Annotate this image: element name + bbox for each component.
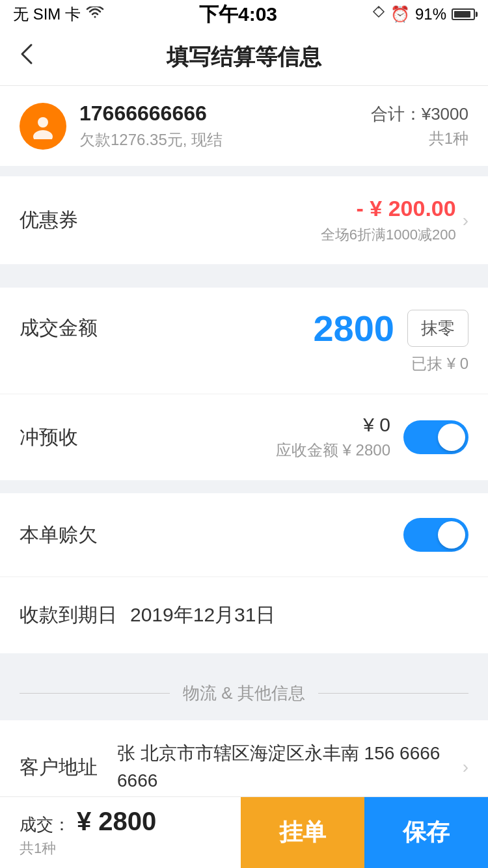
customer-info: 17666666666 欠款1276.35元, 现结 — [79, 102, 223, 150]
due-date-value: 2019年12月31日 — [130, 602, 275, 629]
coupon-right: - ¥ 200.00 全场6折满1000减200 › — [321, 196, 468, 245]
customer-left: 17666666666 欠款1276.35元, 现结 — [20, 102, 223, 150]
footer-deal-label: 成交： — [20, 813, 70, 836]
header: 填写结算等信息 — [0, 29, 488, 86]
credit-row: 本单赊欠 — [0, 493, 488, 576]
deal-amount-row: 成交金额 2800 抹零 — [20, 307, 468, 349]
footer-info: 成交： ¥ 2800 共1种 — [0, 807, 241, 858]
location-icon — [372, 5, 385, 23]
address-content: 张 北京市市辖区海淀区永丰南 156 6666 6666 — [117, 740, 456, 794]
footer: 成交： ¥ 2800 共1种 挂单 保存 — [0, 796, 488, 868]
due-date-row: 收款到期日 2019年12月31日 — [0, 577, 488, 653]
coupon-values: - ¥ 200.00 全场6折满1000减200 — [321, 196, 456, 245]
prepaid-right: ¥ 0 应收金额 ¥ 2800 — [276, 414, 468, 461]
coupon-section: 优惠券 - ¥ 200.00 全场6折满1000减200 › — [0, 176, 488, 264]
coupon-desc: 全场6折满1000减200 — [321, 225, 456, 245]
back-button[interactable] — [20, 36, 47, 78]
no-sim-label: 无 SIM 卡 — [13, 4, 81, 25]
svg-point-1 — [33, 130, 53, 139]
logistics-label: 物流 & 其他信息 — [183, 682, 305, 705]
logistics-line-right — [318, 693, 468, 694]
prepaid-toggle[interactable] — [403, 420, 468, 454]
logistics-header: 物流 & 其他信息 — [0, 666, 488, 720]
credit-toggle[interactable] — [403, 518, 468, 552]
prepaid-amount: ¥ 0 — [363, 414, 390, 436]
status-right: ⏰ 91% — [372, 5, 475, 23]
page-title: 填写结算等信息 — [167, 42, 321, 72]
battery-icon — [452, 8, 475, 20]
prepaid-receivable: 应收金额 ¥ 2800 — [276, 440, 390, 461]
svg-point-0 — [38, 117, 48, 128]
customer-section: 17666666666 欠款1276.35元, 现结 合计：¥3000 共1种 — [0, 86, 488, 166]
prepaid-label: 冲预收 — [20, 424, 78, 451]
battery-fill — [454, 11, 470, 18]
coupon-row[interactable]: 优惠券 - ¥ 200.00 全场6折满1000减200 › — [0, 176, 488, 264]
total-amount-label: 合计：¥3000 — [371, 103, 468, 126]
address-chevron-icon: › — [463, 757, 468, 778]
deal-sub-text: 已抹 ¥ 0 — [20, 353, 468, 374]
footer-count: 共1种 — [20, 839, 221, 858]
footer-deal-amount: ¥ 2800 — [77, 807, 156, 836]
battery-percent: 91% — [415, 5, 446, 23]
prepaid-row: 冲预收 ¥ 0 应收金额 ¥ 2800 — [0, 394, 488, 480]
customer-debt: 欠款1276.35元, 现结 — [79, 129, 223, 150]
footer-deal-row: 成交： ¥ 2800 — [20, 807, 221, 836]
deal-section: 成交金额 2800 抹零 已抹 ¥ 0 — [0, 288, 488, 394]
save-button[interactable]: 保存 — [364, 797, 488, 869]
pending-button[interactable]: 挂单 — [241, 797, 364, 869]
status-time: 下午4:03 — [199, 1, 277, 28]
due-date-label: 收款到期日 — [20, 602, 117, 629]
gap-1 — [0, 275, 488, 288]
alarm-icon: ⏰ — [390, 5, 410, 23]
coupon-label: 优惠券 — [20, 207, 78, 234]
avatar — [20, 103, 66, 150]
status-left: 无 SIM 卡 — [13, 4, 104, 25]
deal-amount-value: 2800 — [313, 307, 394, 349]
customer-phone: 17666666666 — [79, 102, 223, 126]
wifi-icon — [86, 5, 104, 23]
total-count: 共1种 — [371, 128, 468, 149]
gap-2 — [0, 480, 488, 493]
round-zero-button[interactable]: 抹零 — [407, 310, 468, 347]
deal-amount-label: 成交金额 — [20, 315, 98, 342]
coupon-amount: - ¥ 200.00 — [357, 196, 456, 221]
prepaid-values: ¥ 0 应收金额 ¥ 2800 — [276, 414, 390, 461]
credit-label: 本单赊欠 — [20, 522, 98, 549]
customer-right: 合计：¥3000 共1种 — [371, 103, 468, 149]
status-bar: 无 SIM 卡 下午4:03 ⏰ 91% — [0, 0, 488, 29]
gap-3 — [0, 653, 488, 666]
coupon-chevron-icon: › — [463, 210, 468, 231]
address-label: 客户地址 — [20, 754, 98, 781]
deal-amount-right: 2800 抹零 — [313, 307, 468, 349]
logistics-line-left — [20, 693, 170, 694]
